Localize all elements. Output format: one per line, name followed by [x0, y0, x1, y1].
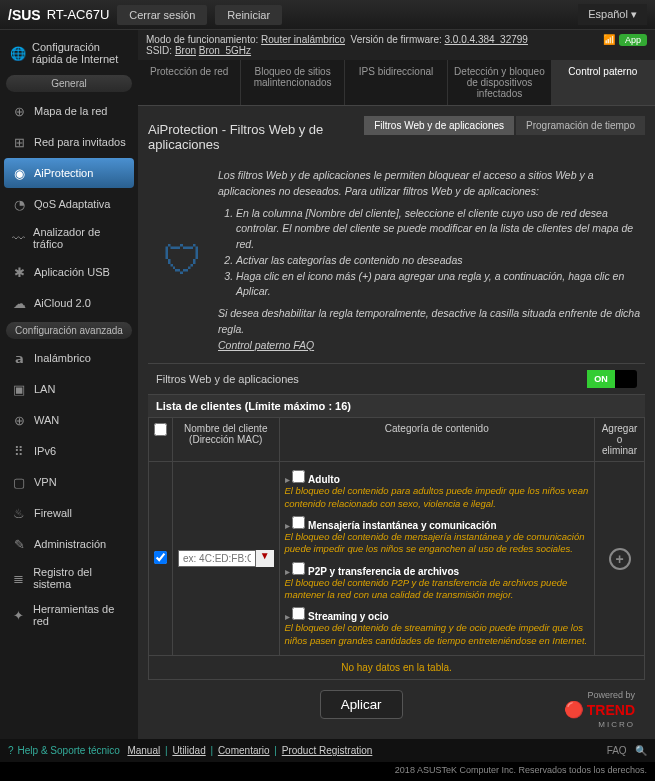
wifi-icon: 📶 [603, 34, 615, 45]
sidebar-icon: 〰 [10, 229, 27, 247]
dropdown-arrow-icon[interactable]: ▼ [256, 550, 274, 567]
category-row: ▸ Mensajería instantánea y comunicaciónE… [285, 513, 589, 559]
search-icon[interactable]: 🔍 [635, 745, 647, 756]
sidebar-icon: ✎ [10, 535, 28, 553]
sidebar-icon: 𝗮 [10, 349, 28, 367]
sidebar-group-general: General [6, 75, 132, 92]
category-row: ▸ AdultoEl bloqueo del contenido para ad… [285, 467, 589, 513]
logout-button[interactable]: Cerrar sesión [117, 5, 207, 25]
client-table: Nombre del cliente (Dirección MAC) Categ… [148, 417, 645, 680]
tab[interactable]: Bloqueo de sitios malintencionados [241, 60, 344, 105]
sidebar: 🌐 Configuración rápida de Internet Gener… [0, 30, 138, 739]
sidebar-icon: ☁ [10, 294, 28, 312]
th-category: Categoría de contenido [279, 418, 594, 462]
sidebar-icon: ◔ [10, 195, 28, 213]
sidebar-item[interactable]: 𝗮Inalámbrico [4, 343, 134, 373]
footer-link[interactable]: Manual [127, 745, 160, 756]
sidebar-item[interactable]: ≣Registro del sistema [4, 560, 134, 596]
ssid1-link[interactable]: Bron [175, 45, 196, 56]
th-client-name: Nombre del cliente (Dirección MAC) [173, 418, 280, 462]
main-content: Modo de funcionamiento: Router inalámbri… [138, 30, 655, 739]
select-all-checkbox[interactable] [154, 423, 167, 436]
sidebar-icon: ✦ [10, 606, 27, 624]
category-checkbox[interactable] [292, 470, 305, 483]
model-name: RT-AC67U [47, 7, 110, 22]
tab[interactable]: IPS bidireccional [345, 60, 448, 105]
main-tabs: Protección de redBloqueo de sitios malin… [138, 60, 655, 106]
brand-logo: /SUS [8, 7, 41, 23]
footer: ? Help & Soporte técnico Manual | Utilid… [0, 739, 655, 762]
category-row: ▸ P2P y transferencia de archivosEl bloq… [285, 559, 589, 605]
category-checkbox[interactable] [292, 562, 305, 575]
filter-toggle[interactable]: ON [587, 370, 637, 388]
sidebar-item[interactable]: ✎Administración [4, 529, 134, 559]
sidebar-icon: ⊞ [10, 133, 28, 151]
expand-icon[interactable]: ▸ [285, 611, 290, 622]
powered-by: Powered by 🔴 TREND MICRO [564, 690, 635, 729]
subtabs: Filtros Web y de aplicaciones Programaci… [362, 116, 645, 135]
app-badge[interactable]: App [619, 34, 647, 46]
expand-icon[interactable]: ▸ [285, 566, 290, 577]
language-select[interactable]: Español ▾ [578, 4, 647, 25]
topbar: /SUS RT-AC67U Cerrar sesión Reiniciar Es… [0, 0, 655, 30]
tab[interactable]: Protección de red [138, 60, 241, 105]
sidebar-icon: ◉ [10, 164, 28, 182]
sidebar-item[interactable]: ✦Herramientas de red [4, 597, 134, 633]
sidebar-quick-setup[interactable]: 🌐 Configuración rápida de Internet [4, 35, 134, 71]
sidebar-item[interactable]: 〰Analizador de tráfico [4, 220, 134, 256]
sidebar-item[interactable]: ▣LAN [4, 374, 134, 404]
footer-faq[interactable]: FAQ [607, 745, 627, 756]
sidebar-item[interactable]: ⊕Mapa de la red [4, 96, 134, 126]
client-list-header: Lista de clientes (Límite máximo : 16) [148, 395, 645, 417]
sidebar-icon: ⠿ [10, 442, 28, 460]
info-row: Modo de funcionamiento: Router inalámbri… [138, 30, 655, 60]
sidebar-icon: ⊕ [10, 102, 28, 120]
sidebar-icon: ▣ [10, 380, 28, 398]
category-row: ▸ Streaming y ocioEl bloqueo del conteni… [285, 604, 589, 650]
intro-text: Los filtros Web y de aplicaciones le per… [218, 168, 645, 353]
footer-link[interactable]: Utilidad [172, 745, 205, 756]
category-checkbox[interactable] [292, 607, 305, 620]
help-label: Help & Soporte técnico [18, 745, 120, 756]
sidebar-item[interactable]: ◉AiProtection [4, 158, 134, 188]
sidebar-item[interactable]: ⊕WAN [4, 405, 134, 435]
footer-link[interactable]: Comentario [218, 745, 270, 756]
sidebar-item[interactable]: ✱Aplicación USB [4, 257, 134, 287]
sidebar-item[interactable]: ☁AiCloud 2.0 [4, 288, 134, 318]
sidebar-group-advanced: Configuración avanzada [6, 322, 132, 339]
firmware-link[interactable]: 3.0.0.4.384_32799 [445, 34, 528, 45]
no-data-text: No hay datos en la tabla. [149, 656, 645, 680]
tab[interactable]: Control paterno [552, 60, 655, 105]
sidebar-icon: ✱ [10, 263, 28, 281]
expand-icon[interactable]: ▸ [285, 520, 290, 531]
add-rule-button[interactable]: + [609, 548, 631, 570]
sidebar-item[interactable]: ♨Firewall [4, 498, 134, 528]
table-row: ▼ ▸ AdultoEl bloqueo del contenido para … [149, 462, 645, 656]
faq-link[interactable]: Control paterno FAQ [218, 339, 314, 351]
sidebar-item[interactable]: ▢VPN [4, 467, 134, 497]
footer-link[interactable]: Product Registration [282, 745, 373, 756]
sidebar-item[interactable]: ◔QoS Adaptativa [4, 189, 134, 219]
subtab-webfilter[interactable]: Filtros Web y de aplicaciones [364, 116, 514, 135]
subtab-schedule[interactable]: Programación de tiempo [516, 116, 645, 135]
sidebar-item[interactable]: ⊞Red para invitados [4, 127, 134, 157]
sidebar-icon: ♨ [10, 504, 28, 522]
reboot-button[interactable]: Reiniciar [215, 5, 282, 25]
filter-toggle-bar: Filtros Web y de aplicaciones ON [148, 363, 645, 395]
expand-icon[interactable]: ▸ [285, 474, 290, 485]
sidebar-icon: ▢ [10, 473, 28, 491]
sidebar-item[interactable]: ⠿IPv6 [4, 436, 134, 466]
mode-link[interactable]: Router inalámbrico [261, 34, 345, 45]
row-checkbox[interactable] [154, 551, 167, 564]
globe-icon: 🌐 [10, 44, 26, 62]
sidebar-icon: ⊕ [10, 411, 28, 429]
th-action: Agregar o eliminar [595, 418, 645, 462]
apply-button[interactable]: Aplicar [320, 690, 403, 719]
tab[interactable]: Detección y bloqueo de dispositivos infe… [448, 60, 551, 105]
ssid2-link[interactable]: Bron_5GHz [199, 45, 251, 56]
shield-icon: 🛡 [148, 168, 218, 353]
category-checkbox[interactable] [292, 516, 305, 529]
help-icon: ? [8, 745, 14, 756]
client-mac-input[interactable] [178, 550, 256, 567]
copyright: 2018 ASUSTeK Computer Inc. Reservados to… [0, 762, 655, 778]
